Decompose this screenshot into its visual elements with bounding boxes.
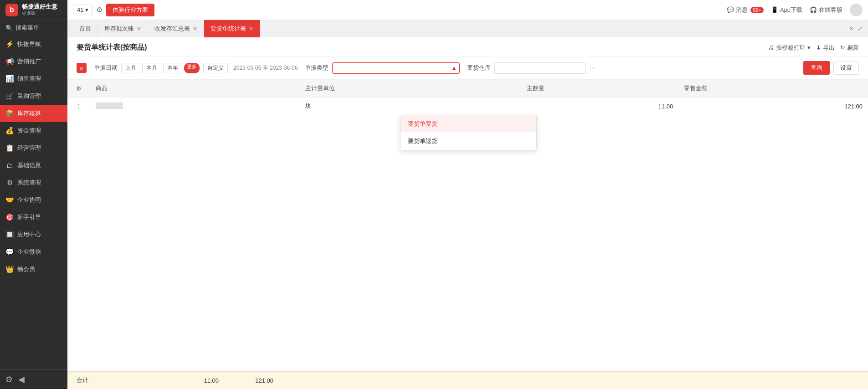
col-settings-icon[interactable]: ⚙ [76,85,82,92]
app-download-action[interactable]: 📱 App下载 [771,6,802,14]
collapse-icon[interactable]: ◀ [18,374,25,384]
filter-actions: 查询 设置 [803,61,859,75]
topbar-right: 💬 消息 99+ 📱 App下载 🎧 在线客服 [727,4,863,16]
export-button[interactable]: ⬇ 导出 [816,44,835,52]
tab-label-3: 要货单统计表 [211,25,246,33]
app-logo: b [5,4,18,16]
filter-expand-button[interactable]: » [77,63,87,73]
table-head: ⚙ 商品 主计量单位 主数量 零售金额 [67,80,868,97]
date-filter-group: 单据日期 上月 本月 本年 更多 自定义 2023-05-06 至 2023-0… [94,63,298,73]
print-icon: 🖨 [768,44,774,51]
sidebar-item-sales[interactable]: 📊 销售管理 [0,70,67,87]
warehouse-filter-input[interactable] [494,62,586,74]
col-quantity: 主数量 [521,80,678,97]
messages-badge: 99+ [750,7,764,13]
expand-icon[interactable]: ⤢ [858,25,863,32]
sidebar-item-wechat[interactable]: 💬 企业微信 [0,243,67,261]
user-avatar[interactable] [850,4,863,16]
tabbar: 首页库存批次账✕收发存汇总表✕要货单统计表✕ ✕ ⤢ [67,20,868,37]
nav-label-guide: 新手引导 [17,213,41,221]
nav-label-wechat: 企业微信 [17,248,41,256]
date-quick-buttons: 上月 本月 本年 更多 [121,63,200,73]
nav-icon-finance: 💰 [5,127,14,135]
online-service-label: 在线客服 [819,6,842,14]
refresh-button[interactable]: ↻ 刷新 [840,44,859,52]
store-number: 41 [77,6,83,13]
col-settings[interactable]: ⚙ [67,80,90,97]
col-amount: 零售金额 [678,80,868,97]
close-all-icon[interactable]: ✕ [849,25,854,32]
export-icon: ⬇ [816,44,821,51]
sidebar-item-purchase[interactable]: 🛒 采购管理 [0,87,67,105]
print-button[interactable]: 🖨 按模板打印 ▾ [768,44,811,52]
nav-label-sales: 销售管理 [17,75,41,83]
topbar-settings-icon[interactable]: ⚙ [96,5,103,14]
warehouse-filter-group: 要货仓库 ··· [467,62,595,74]
page-header: 要货单统计表(按商品) 🖨 按模板打印 ▾ ⬇ 导出 ↻ 刷新 [67,37,868,56]
message-icon: 💬 [727,6,734,13]
this-month-btn[interactable]: 本月 [142,63,161,73]
tab-0[interactable]: 首页 [73,20,98,37]
sidebar-item-finance[interactable]: 💰 资金管理 [0,122,67,139]
app-title: 畅捷通好生意 [22,3,57,10]
filter-settings-button[interactable]: 设置 [833,61,859,75]
nav-icon-sales: 📊 [5,75,14,83]
query-button[interactable]: 查询 [803,61,830,75]
tab-close-2[interactable]: ✕ [193,26,197,32]
search-label: 搜索菜单 [15,24,39,32]
sidebar-item-enterprise[interactable]: 🤝 企业协同 [0,191,67,209]
nav-label-operations: 经营管理 [17,144,41,152]
more-dates-badge[interactable]: 更多 [184,63,200,73]
date-range-display: 2023-05-06 至 2023-06-06 [233,64,298,72]
tab-1[interactable]: 库存批次账✕ [98,20,148,37]
content-area: 要货单统计表(按商品) 🖨 按模板打印 ▾ ⬇ 导出 ↻ 刷新 » [67,37,868,389]
table-header-row: ⚙ 商品 主计量单位 主数量 零售金额 [67,80,868,97]
data-table: ⚙ 商品 主计量单位 主数量 零售金额 1 块 11.00 121.00 [67,80,868,115]
sidebar-item-system[interactable]: ⚙ 系统管理 [0,174,67,191]
nav-icon-quick-nav: ⚡ [5,40,14,48]
date-filter-label: 单据日期 [94,64,118,72]
footer-values: 11.00 121.00 [164,377,863,384]
online-service-action[interactable]: 🎧 在线客服 [810,6,842,14]
sidebar-item-quick-nav[interactable]: ⚡ 快捷导航 [0,36,67,53]
tab-close-3[interactable]: ✕ [249,26,253,32]
dropdown-item-0[interactable]: 要货单要货 [401,115,536,133]
sidebar-item-app-center[interactable]: 🔲 应用中心 [0,226,67,243]
nav-icon-operations: 📋 [5,144,14,152]
nav-icon-basic-info: 🗂 [5,161,14,169]
messages-action[interactable]: 💬 消息 99+ [727,6,764,14]
nav-label-quick-nav: 快捷导航 [17,40,41,48]
trial-button[interactable]: 体验行业方案 [106,4,154,16]
nav-label-finance: 资金管理 [17,127,41,135]
filter-more-icon[interactable]: ··· [589,64,595,72]
headset-icon: 🎧 [810,6,817,13]
col-product: 商品 [90,80,300,97]
sidebar-item-guide[interactable]: 🎯 新手引导 [0,209,67,226]
sidebar: b 畅捷通好生意 标准版 🔍 搜索菜单 ⚡ 快捷导航 📢 营销推广 📊 销售管理… [0,0,67,389]
tab-3[interactable]: 要货单统计表✕ [204,20,260,37]
store-selector[interactable]: 41 ▾ [73,5,92,15]
nav-label-inventory: 库存核算 [17,109,41,118]
nav-icon-guide: 🎯 [5,213,14,221]
tab-2[interactable]: 收发存汇总表✕ [148,20,204,37]
nav-label-system: 系统管理 [17,179,41,187]
refresh-label: 刷新 [847,44,859,52]
custom-date-btn[interactable]: 自定义 [203,63,228,73]
dropdown-item-1[interactable]: 要货单退货 [401,133,536,150]
sidebar-item-inventory[interactable]: 📦 库存核算 [0,105,67,122]
sidebar-search[interactable]: 🔍 搜索菜单 [0,20,67,36]
type-filter-input[interactable] [332,62,460,74]
sidebar-item-basic-info[interactable]: 🗂 基础信息 [0,157,67,174]
tab-close-1[interactable]: ✕ [137,26,141,32]
type-filter-group: 单据类型 ▲ [305,62,460,74]
last-month-btn[interactable]: 上月 [121,63,140,73]
this-year-btn[interactable]: 本年 [163,63,182,73]
tab-expand-buttons: ✕ ⤢ [849,25,863,32]
sidebar-item-vip[interactable]: 👑 畅会员 [0,261,67,278]
settings-footer-icon[interactable]: ⚙ [5,374,13,384]
nav-icon-wechat: 💬 [5,248,14,256]
print-label: 按模板打印 [776,44,806,52]
sidebar-item-operations[interactable]: 📋 经营管理 [0,139,67,157]
sidebar-item-marketing[interactable]: 📢 营销推广 [0,53,67,70]
type-input-wrap: ▲ [332,62,460,74]
